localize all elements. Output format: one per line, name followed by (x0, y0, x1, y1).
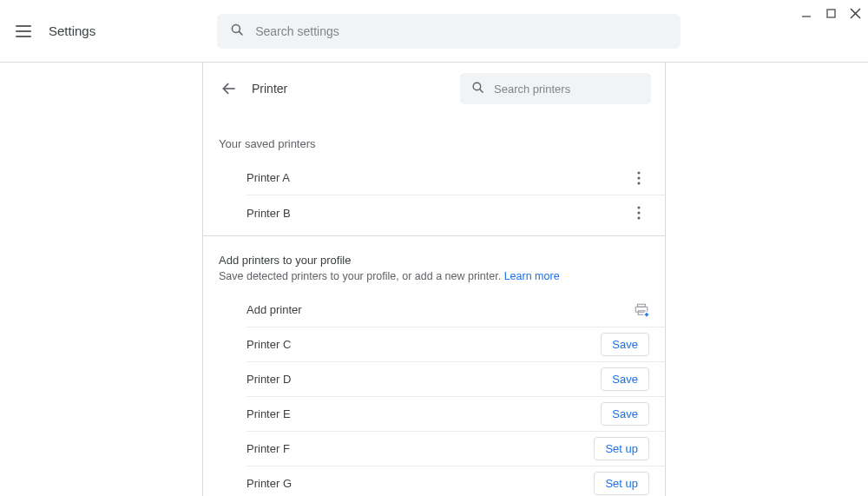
svg-rect-1 (827, 10, 835, 17)
search-printers-input[interactable] (494, 83, 641, 96)
printer-name: Printer G (247, 477, 292, 490)
svg-line-8 (480, 89, 483, 92)
printer-name: Printer E (247, 407, 291, 420)
available-printer-row: Printer D Save (247, 362, 665, 397)
printer-name: Printer F (247, 442, 290, 455)
save-button[interactable]: Save (601, 333, 649, 356)
search-printers-box[interactable] (460, 73, 651, 104)
svg-point-11 (637, 182, 640, 184)
search-settings-input[interactable] (255, 24, 668, 38)
menu-button[interactable] (16, 23, 31, 39)
saved-printer-row: Printer A (247, 161, 665, 195)
add-printers-subtext-text: Save detected printers to your profile, … (219, 270, 501, 282)
available-printer-row: Printer E Save (247, 397, 665, 432)
add-printer-icon[interactable] (634, 302, 649, 318)
search-settings-box[interactable] (217, 14, 681, 49)
add-printer-row[interactable]: Add printer (247, 293, 665, 327)
saved-printer-row: Printer B (247, 195, 665, 230)
available-printer-row: Printer F Set up (247, 432, 665, 466)
app-header: Settings (0, 0, 868, 63)
setup-button[interactable]: Set up (594, 437, 649, 460)
close-button[interactable] (849, 7, 861, 19)
add-printers-heading: Add printers to your profile (219, 254, 649, 267)
printer-name: Printer C (247, 338, 291, 351)
more-vert-icon[interactable] (630, 204, 648, 222)
search-icon (229, 22, 245, 40)
page-header: Printer (203, 63, 665, 115)
page-title: Printer (252, 82, 460, 96)
back-button[interactable] (219, 78, 240, 99)
settings-subpage: Printer Your saved printers Printer A Pr… (202, 63, 666, 496)
save-button[interactable]: Save (601, 367, 649, 391)
setup-button[interactable]: Set up (594, 472, 649, 495)
svg-line-5 (240, 31, 243, 35)
add-printers-heading-block: Add printers to your profile Save detect… (203, 236, 665, 282)
svg-point-9 (637, 171, 640, 174)
available-printer-row: Printer C Save (247, 327, 665, 362)
save-button[interactable]: Save (601, 402, 649, 426)
minimize-button[interactable] (800, 7, 812, 19)
printer-name: Printer A (247, 171, 290, 184)
app-title: Settings (49, 23, 95, 38)
add-printers-list: Add printer Printer C Save Printer D Sav… (203, 282, 665, 496)
svg-point-10 (637, 176, 640, 179)
add-printers-subtext: Save detected printers to your profile, … (219, 270, 649, 282)
available-printer-row: Printer G Set up (247, 466, 665, 496)
maximize-button[interactable] (825, 7, 837, 19)
more-vert-icon[interactable] (630, 169, 648, 187)
search-icon (470, 80, 485, 97)
svg-point-12 (637, 206, 640, 208)
printer-name: Printer D (247, 373, 291, 386)
add-printer-label: Add printer (247, 303, 302, 316)
learn-more-link[interactable]: Learn more (504, 270, 560, 282)
window-controls (800, 7, 861, 19)
svg-rect-16 (635, 307, 648, 312)
printer-name: Printer B (247, 207, 291, 220)
saved-printers-list: Printer A Printer B (203, 161, 665, 230)
svg-point-14 (637, 216, 640, 219)
svg-point-13 (637, 211, 640, 214)
saved-printers-heading: Your saved printers (203, 115, 665, 161)
